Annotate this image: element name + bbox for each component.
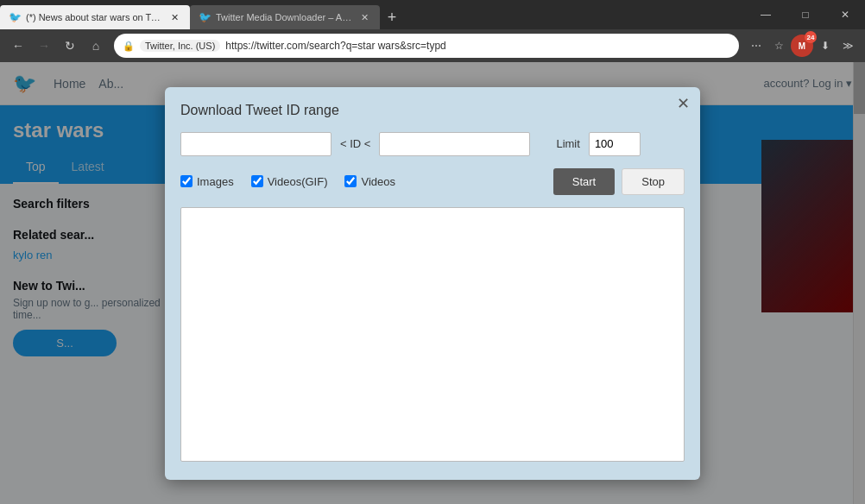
reload-button[interactable]: ↻ bbox=[59, 35, 81, 57]
start-button[interactable]: Start bbox=[553, 168, 615, 195]
id-separator: < ID < bbox=[340, 137, 370, 150]
videos-label: Videos bbox=[361, 175, 395, 188]
more-button[interactable]: ≫ bbox=[837, 35, 858, 56]
tab-1-favicon: 🐦 bbox=[9, 11, 21, 23]
forward-button[interactable]: → bbox=[33, 35, 55, 57]
minimize-button[interactable]: — bbox=[746, 0, 786, 29]
extension-badge: 24 bbox=[805, 31, 817, 43]
modal-title: Download Tweet ID range bbox=[180, 103, 685, 118]
tab-1-title: (*) News about star wars on Twitter bbox=[26, 12, 162, 22]
options-row: Images Videos(GIF) Videos Start bbox=[180, 168, 685, 195]
maximize-button[interactable]: □ bbox=[786, 0, 825, 29]
id-end-input[interactable] bbox=[379, 132, 530, 156]
url-text: https://twitter.com/search?q=star wars&s… bbox=[225, 40, 730, 52]
tab-2-favicon: 🐦 bbox=[199, 11, 211, 23]
id-start-input[interactable] bbox=[180, 132, 331, 156]
limit-input[interactable] bbox=[589, 132, 641, 156]
tab-1-close[interactable]: ✕ bbox=[167, 10, 181, 24]
tab-bar: 🐦 (*) News about star wars on Twitter ✕ … bbox=[0, 0, 865, 29]
browser-controls: ← → ↻ ⌂ 🔒 Twitter, Inc. (US) https://twi… bbox=[0, 29, 865, 62]
videos-gif-checkbox[interactable] bbox=[251, 175, 263, 187]
star-button[interactable]: ☆ bbox=[768, 35, 789, 56]
browser-chrome: 🐦 (*) News about star wars on Twitter ✕ … bbox=[0, 0, 865, 62]
modal-overlay: Download Tweet ID range ✕ < ID < Limit bbox=[0, 62, 865, 504]
download-button[interactable]: ⬇ bbox=[815, 35, 836, 56]
extension-icon: M bbox=[799, 41, 805, 51]
checkbox-images[interactable]: Images bbox=[180, 175, 234, 188]
limit-label: Limit bbox=[556, 137, 579, 150]
browser-actions: ⋯ ☆ M 24 ⬇ ≫ bbox=[746, 35, 858, 57]
videos-checkbox[interactable] bbox=[344, 175, 357, 187]
address-bar[interactable]: 🔒 Twitter, Inc. (US) https://twitter.com… bbox=[114, 34, 739, 58]
id-range-row: < ID < Limit bbox=[180, 132, 685, 156]
images-label: Images bbox=[197, 175, 234, 188]
bookmarks-button[interactable]: ⋯ bbox=[746, 35, 767, 56]
tab-1[interactable]: 🐦 (*) News about star wars on Twitter ✕ bbox=[0, 5, 190, 29]
close-button[interactable]: ✕ bbox=[825, 0, 865, 29]
back-button[interactable]: ← bbox=[7, 35, 29, 57]
new-tab-button[interactable]: + bbox=[380, 5, 404, 29]
site-badge: Twitter, Inc. (US) bbox=[140, 40, 220, 52]
twitter-background: 🐦 Home Ab... account? Log in ▾ star wars… bbox=[0, 62, 865, 504]
checkbox-group: Images Videos(GIF) Videos bbox=[180, 175, 395, 188]
page-content: 🐦 Home Ab... account? Log in ▾ star wars… bbox=[0, 62, 865, 504]
modal-close-button[interactable]: ✕ bbox=[677, 96, 690, 111]
checkbox-videos-gif[interactable]: Videos(GIF) bbox=[251, 175, 328, 188]
home-button[interactable]: ⌂ bbox=[85, 35, 107, 57]
extension-button[interactable]: M 24 bbox=[791, 35, 813, 57]
images-checkbox[interactable] bbox=[180, 175, 193, 187]
log-textarea[interactable] bbox=[180, 207, 685, 462]
tab-2-close[interactable]: ✕ bbox=[357, 10, 371, 24]
stop-button[interactable]: Stop bbox=[622, 168, 685, 195]
checkbox-videos[interactable]: Videos bbox=[344, 175, 395, 188]
window-controls: — □ ✕ bbox=[746, 0, 865, 29]
tab-2-title: Twitter Media Downloader – Add-o bbox=[216, 12, 352, 22]
action-buttons: Start Stop bbox=[553, 168, 685, 195]
videos-gif-label: Videos(GIF) bbox=[268, 175, 328, 188]
secure-icon: 🔒 bbox=[123, 41, 135, 52]
download-modal: Download Tweet ID range ✕ < ID < Limit bbox=[165, 87, 700, 480]
tab-2[interactable]: 🐦 Twitter Media Downloader – Add-o ✕ bbox=[190, 5, 380, 29]
